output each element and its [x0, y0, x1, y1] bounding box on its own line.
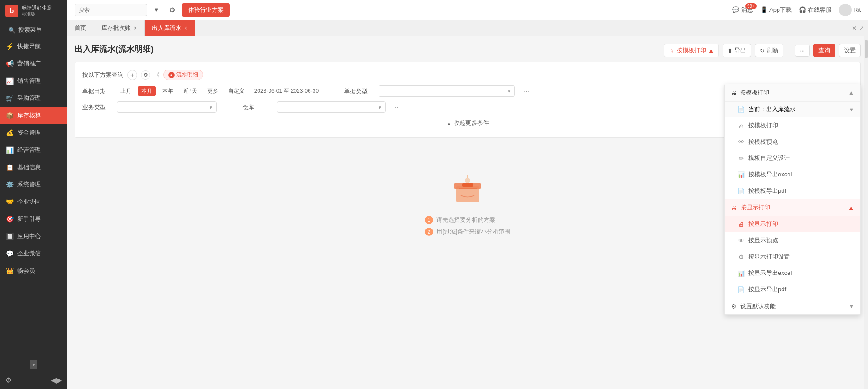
headset-icon: 🎧: [799, 6, 806, 13]
marketing-icon: 📢: [5, 60, 14, 68]
date-opt-this-year[interactable]: 本年: [159, 86, 177, 96]
sidebar-item-apps[interactable]: 🔲 应用中心: [0, 228, 67, 245]
app-version: 标准版: [22, 11, 52, 17]
sidebar-item-label: 采购管理: [17, 94, 41, 102]
app-download-btn[interactable]: 📱 App下载: [760, 6, 792, 14]
sidebar-item-collab[interactable]: 🤝 企业协同: [0, 193, 67, 210]
guide-icon: 🎯: [5, 215, 14, 223]
empty-hint-2: 2 用[过滤]条件来缩小分析范围: [425, 226, 511, 238]
message-badge: 99+: [745, 3, 757, 9]
sidebar-item-purchase[interactable]: 🛒 采购管理: [0, 90, 67, 107]
user-avatar-area[interactable]: Rit: [839, 4, 861, 16]
topbar-search-dropdown[interactable]: ▼: [151, 5, 162, 15]
sidebar-item-system[interactable]: ⚙️ 系统管理: [0, 176, 67, 193]
print-dropdown-panel: 🖨 按模板打印 ▲ 📄 当前：出入库流水 ▼ 🖨 按模板打印: [724, 84, 861, 315]
flow-tab-close[interactable]: ×: [184, 25, 187, 31]
app-logo-icon: b: [5, 5, 18, 17]
date-opt-custom[interactable]: 自定义: [224, 86, 248, 96]
svg-rect-0: [456, 186, 479, 202]
dp-item-template-pdf[interactable]: 📄 按模板导出pdf: [725, 183, 860, 199]
dp-item-display-print[interactable]: 🖨 按显示打印: [725, 216, 860, 232]
sidebar-item-operation[interactable]: 📊 经营管理: [0, 141, 67, 159]
svg-rect-2: [462, 183, 473, 187]
collapse-btn[interactable]: ▲ 收起更多条件: [444, 116, 492, 130]
date-opt-more[interactable]: 更多: [204, 86, 222, 96]
dp-item-label: 按显示预览: [748, 236, 778, 244]
purchase-icon: 🛒: [5, 94, 14, 102]
topbar-gear-icon[interactable]: ⚙: [165, 4, 178, 16]
sidebar-item-inventory[interactable]: 📦 库存核算: [0, 107, 67, 124]
settings-bottom-icon[interactable]: ⚙: [5, 376, 12, 384]
filter-tag-icon: ●: [168, 72, 175, 78]
sidebar-item-guide[interactable]: 🎯 新手引导: [0, 210, 67, 228]
trial-btn[interactable]: 体验行业方案: [182, 3, 230, 17]
sidebar-item-basic[interactable]: 📋 基础信息: [0, 159, 67, 176]
finance-icon: 💰: [5, 129, 14, 137]
dp-display-title: 🖨 按显示打印: [731, 204, 770, 212]
tab-home[interactable]: 首页: [67, 20, 94, 36]
svg-point-4: [465, 178, 470, 183]
customer-service-btn[interactable]: 🎧 在线客服: [799, 6, 832, 14]
dp-item-template-excel[interactable]: 📊 按模板导出excel: [725, 166, 860, 183]
batch-tab-close[interactable]: ×: [134, 25, 137, 31]
dp-footer[interactable]: ⚙ 设置默认功能 ▼: [725, 298, 860, 314]
more-options-btn[interactable]: ···: [795, 45, 810, 57]
dp-display-title-text: 按显示打印: [741, 204, 770, 212]
sidebar-item-marketing[interactable]: 📢 营销推广: [0, 55, 67, 72]
filter-collapse-arrow[interactable]: 《: [154, 71, 160, 79]
tab-batch[interactable]: 库存批次账 ×: [94, 20, 145, 36]
dp-item-template-preview[interactable]: 👁 按模板预览: [725, 134, 860, 150]
bill-type-select[interactable]: [379, 85, 515, 97]
date-opt-7days[interactable]: 近7天: [180, 86, 201, 96]
refresh-btn[interactable]: ↻ 刷新: [755, 44, 783, 57]
message-btn[interactable]: 💬 消息 99+: [732, 6, 753, 14]
sidebar-item-label: 资金管理: [17, 129, 41, 137]
tab-bar: 首页 库存批次账 × 出入库流水 × ✕ ⤢: [67, 20, 868, 36]
export-btn[interactable]: ⬆ 导出: [723, 44, 751, 57]
dp-item-display-excel[interactable]: 📊 按显示导出excel: [725, 265, 860, 281]
collapse-sidebar-icon[interactable]: ◀▶: [51, 376, 62, 384]
tab-maximize-icon[interactable]: ⤢: [859, 25, 864, 32]
dp-item-template-custom[interactable]: ✏ 模板自定义设计: [725, 150, 860, 166]
sidebar-item-member[interactable]: 👑 畅会员: [0, 262, 67, 279]
topbar-search-input[interactable]: [75, 4, 147, 16]
tab-flow[interactable]: 出入库流水 ×: [145, 20, 195, 36]
filter-settings-icon[interactable]: ⚙: [141, 70, 150, 80]
sidebar-item-wechat[interactable]: 💬 企业微信: [0, 245, 67, 262]
page-scrollbar[interactable]: [864, 36, 868, 389]
member-icon: 👑: [5, 267, 14, 275]
query-btn[interactable]: 查询: [813, 44, 835, 57]
dp-display-chevron-up[interactable]: ▲: [848, 204, 854, 211]
dp-print-item-icon: 🖨: [738, 122, 745, 129]
sidebar-item-sales[interactable]: 📈 销售管理: [0, 72, 67, 90]
topbar-left: ▼ ⚙ 体验行业方案: [75, 3, 230, 17]
sidebar-scroll-down[interactable]: ▼: [30, 360, 37, 369]
dp-display-print-icon: 🖨: [738, 220, 745, 228]
tab-close-all-icon[interactable]: ✕: [852, 25, 857, 32]
dp-item-display-pdf[interactable]: 📄 按显示导出pdf: [725, 281, 860, 298]
filter-add-btn[interactable]: +: [127, 70, 137, 80]
print-template-btn[interactable]: 🖨 按模板打印 ▲: [664, 44, 719, 57]
warehouse-more-icon[interactable]: ···: [395, 104, 400, 110]
dp-item-display-settings[interactable]: ⚙ 按显示打印设置: [725, 249, 860, 265]
dp-current-arrow[interactable]: ▼: [849, 107, 854, 112]
sidebar-item-label: 库存核算: [17, 111, 41, 120]
biz-type-select[interactable]: [117, 101, 217, 113]
sidebar-item-quick[interactable]: ⚡ 快捷导航: [0, 38, 67, 55]
sidebar-search[interactable]: 🔍 搜索菜单: [0, 22, 67, 38]
warehouse-select[interactable]: [277, 101, 386, 113]
bill-type-more-icon[interactable]: ···: [524, 88, 529, 95]
dp-chevron-up[interactable]: ▲: [848, 90, 854, 96]
dp-item-label: 按模板导出pdf: [748, 187, 786, 195]
sidebar-item-label: 经营管理: [17, 146, 41, 154]
main-content: ▼ ⚙ 体验行业方案 💬 消息 99+ 📱 App下载 🎧 在线客服 Rit: [67, 0, 868, 389]
export-label: 导出: [734, 46, 746, 55]
dp-item-display-preview[interactable]: 👁 按显示预览: [725, 232, 860, 249]
date-opt-last-month[interactable]: 上月: [117, 86, 135, 96]
dp-display-section-header[interactable]: 🖨 按显示打印 ▲: [725, 199, 860, 216]
sidebar-item-finance[interactable]: 💰 资金管理: [0, 124, 67, 141]
settings-btn[interactable]: 设置: [839, 44, 861, 57]
date-opt-this-month[interactable]: 本月: [138, 86, 156, 96]
dp-item-template-print[interactable]: 🖨 按模板打印: [725, 117, 860, 134]
empty-hint-1: 1 请先选择要分析的方案: [425, 214, 511, 226]
